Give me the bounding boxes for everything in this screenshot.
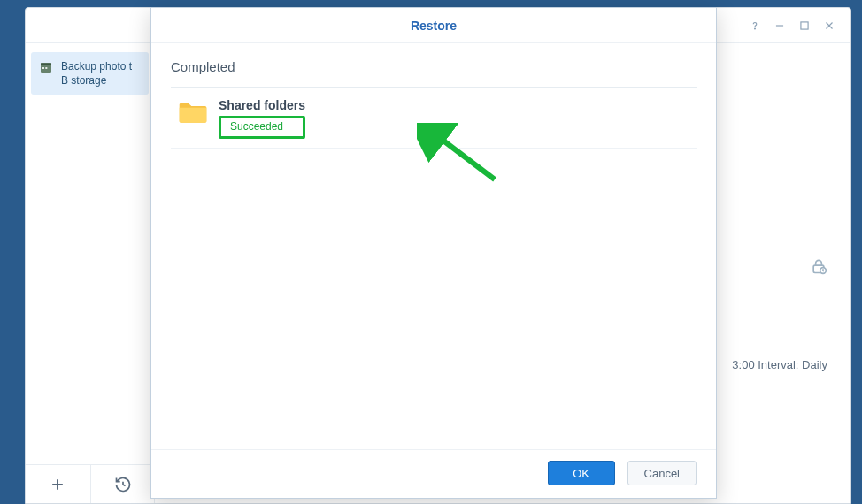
maximize-icon[interactable] (792, 13, 817, 38)
svg-point-0 (755, 28, 756, 29)
dialog-title: Restore (151, 8, 716, 43)
sidebar-bottom-toolbar (26, 464, 155, 503)
svg-rect-6 (45, 67, 47, 69)
schedule-text: 3:00 Interval: Daily (732, 358, 827, 371)
task-item[interactable]: Backup photo t B storage (31, 52, 149, 95)
svg-rect-1 (776, 25, 783, 26)
dialog-subtitle: Completed (171, 59, 697, 74)
restore-result-row: Shared folders Succeeded (171, 96, 697, 149)
svg-rect-4 (41, 63, 51, 65)
close-icon[interactable] (817, 13, 842, 38)
minimize-icon[interactable] (767, 13, 792, 38)
add-button[interactable] (26, 465, 90, 503)
restore-dialog: Restore Completed Shared folders Succeed… (150, 7, 717, 499)
status-badge: Succeeded (219, 116, 305, 139)
help-icon[interactable] (743, 13, 767, 38)
calendar-icon (38, 59, 54, 75)
ok-button[interactable]: OK (548, 461, 615, 485)
lock-icon[interactable] (810, 257, 827, 279)
task-sidebar: Backup photo t B storage (26, 43, 155, 503)
svg-rect-2 (801, 21, 808, 28)
svg-rect-5 (42, 67, 44, 69)
divider (171, 87, 697, 88)
dialog-footer: OK Cancel (151, 449, 716, 498)
cancel-button[interactable]: Cancel (627, 461, 697, 485)
folder-icon (178, 98, 208, 125)
task-label: Backup photo t B storage (61, 59, 132, 88)
history-button[interactable] (90, 465, 156, 503)
restore-item-name: Shared folders (219, 98, 305, 112)
dialog-body: Completed Shared folders Succeeded (151, 43, 716, 149)
